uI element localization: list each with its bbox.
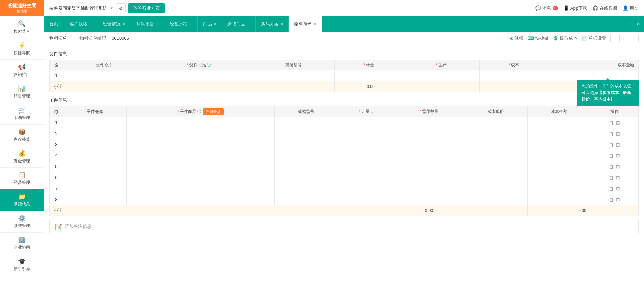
- tab-new-goods[interactable]: 新增商品 ×: [222, 16, 255, 32]
- delete-icon-2[interactable]: 🗑: [609, 131, 614, 137]
- prev-page-button[interactable]: ‹: [610, 35, 618, 42]
- child-warehouse-4[interactable]: [63, 150, 127, 161]
- delete-icon-3[interactable]: 🗑: [609, 142, 614, 148]
- tab-close-profit[interactable]: ×: [156, 22, 158, 26]
- next-page-button[interactable]: ›: [619, 35, 627, 42]
- delete-icon-6[interactable]: 🗑: [609, 175, 614, 180]
- child-spec-8[interactable]: [275, 194, 338, 205]
- sidebar-item-sales[interactable]: 📊 销售管理: [0, 81, 44, 103]
- child-unit-cost-6[interactable]: [464, 172, 527, 183]
- child-unit-2[interactable]: [338, 128, 394, 139]
- parent-col-settings[interactable]: ⚙: [50, 60, 63, 70]
- child-quantity-8[interactable]: [394, 194, 464, 205]
- delete-icon-5[interactable]: 🗑: [609, 164, 614, 170]
- child-goods-6[interactable]: [126, 172, 274, 183]
- child-unit-cost-4[interactable]: [464, 150, 527, 161]
- sidebar-item-guide[interactable]: 🎓 新手引导: [0, 254, 44, 276]
- tab-barcode[interactable]: 条码方案 ×: [256, 16, 289, 32]
- child-goods-5[interactable]: [126, 161, 274, 172]
- sidebar-item-enterprise[interactable]: 🏢 企业协同: [0, 233, 44, 254]
- system-dropdown-arrow[interactable]: ▼: [110, 6, 113, 10]
- child-unit-cost-5[interactable]: [464, 161, 527, 172]
- child-unit-7[interactable]: [338, 183, 394, 194]
- child-unit-cost-2[interactable]: [464, 128, 527, 139]
- tab-close-customer[interactable]: ×: [89, 22, 91, 26]
- tab-close-all-button[interactable]: ×: [633, 16, 644, 32]
- shortcut-action[interactable]: ⌨ 快捷键: [528, 35, 549, 42]
- copy-icon-7[interactable]: ⊞: [616, 186, 620, 191]
- online-service-button[interactable]: 🎧 在线客服: [593, 5, 617, 11]
- tab-close-history[interactable]: ×: [189, 22, 191, 26]
- child-unit-4[interactable]: [338, 150, 394, 161]
- child-unit-6[interactable]: [338, 172, 394, 183]
- child-goods-3[interactable]: [126, 139, 274, 150]
- child-warehouse-2[interactable]: [63, 128, 127, 139]
- child-warehouse-1[interactable]: [63, 117, 127, 128]
- parent-warehouse-cell[interactable]: [63, 70, 145, 81]
- copy-icon-3[interactable]: ⊞: [616, 142, 620, 148]
- tooltip-close-button[interactable]: ×: [633, 82, 636, 89]
- child-goods-8[interactable]: [126, 194, 274, 205]
- tab-bom[interactable]: 物料清单 ×: [289, 16, 322, 32]
- trial-button[interactable]: 体验行业方案: [128, 3, 165, 13]
- sidebar-item-system[interactable]: ⚙️ 系统管理: [0, 211, 44, 233]
- child-goods-1[interactable]: [126, 117, 274, 128]
- tab-close-bom[interactable]: ×: [314, 22, 316, 26]
- view-action[interactable]: ◉ 视频: [509, 35, 523, 42]
- child-unit-8[interactable]: [338, 194, 394, 205]
- sidebar-item-search[interactable]: 🔍 搜索菜单: [0, 16, 44, 38]
- child-col-settings[interactable]: ⚙: [50, 106, 63, 117]
- child-warehouse-7[interactable]: [63, 183, 127, 194]
- child-quantity-5[interactable]: [394, 161, 464, 172]
- message-button[interactable]: 💬 消息 6: [535, 5, 558, 11]
- tab-close-new-goods[interactable]: ×: [247, 22, 249, 26]
- child-warehouse-3[interactable]: [63, 139, 127, 150]
- extract-cost-action[interactable]: 💲 提取成本: [553, 35, 578, 42]
- sidebar-item-finance[interactable]: 💰 资金管理: [0, 146, 44, 168]
- delete-icon-4[interactable]: 🗑: [609, 153, 614, 159]
- child-unit-cost-3[interactable]: [464, 139, 527, 150]
- copy-icon-5[interactable]: ⊞: [616, 164, 620, 170]
- child-spec-3[interactable]: [275, 139, 338, 150]
- child-quantity-1[interactable]: [394, 117, 464, 128]
- tab-operation[interactable]: 经营情况 ×: [97, 16, 131, 32]
- app-download-button[interactable]: 📱 App下载: [564, 5, 587, 11]
- tab-home[interactable]: 首页: [44, 16, 64, 32]
- sidebar-item-marketing[interactable]: 📢 营销推广: [0, 60, 44, 81]
- child-quantity-4[interactable]: [394, 150, 464, 161]
- child-unit-5[interactable]: [338, 161, 394, 172]
- child-quantity-6[interactable]: [394, 172, 464, 183]
- child-spec-4[interactable]: [275, 150, 338, 161]
- child-goods-4[interactable]: [126, 150, 274, 161]
- child-spec-6[interactable]: [275, 172, 338, 183]
- tab-customer[interactable]: 客户联络 ×: [64, 16, 97, 32]
- tab-history[interactable]: 经营历程 ×: [164, 16, 197, 32]
- delete-icon-7[interactable]: 🗑: [609, 186, 614, 191]
- sidebar-item-operations[interactable]: 📋 经营管理: [0, 168, 44, 189]
- copy-icon-6[interactable]: ⊞: [616, 175, 620, 180]
- scan-input-button[interactable]: 扫码录入: [203, 108, 224, 115]
- child-warehouse-6[interactable]: [63, 172, 127, 183]
- child-spec-5[interactable]: [275, 161, 338, 172]
- child-unit-3[interactable]: [338, 139, 394, 150]
- parent-goods-cell[interactable]: [145, 70, 253, 81]
- copy-icon-1[interactable]: ⊞: [616, 120, 620, 126]
- delete-icon-1[interactable]: 🗑: [609, 120, 614, 126]
- child-quantity-3[interactable]: [394, 139, 464, 150]
- child-warehouse-8[interactable]: [63, 194, 127, 205]
- sidebar-item-inventory[interactable]: 📦 库存核算: [0, 125, 44, 146]
- child-unit-cost-8[interactable]: [464, 194, 527, 205]
- parent-unit-cell[interactable]: [334, 70, 407, 81]
- parent-cost-cell[interactable]: [479, 70, 552, 81]
- child-spec-7[interactable]: [275, 183, 338, 194]
- child-spec-2[interactable]: [275, 128, 338, 139]
- sidebar-item-quick-nav[interactable]: ⚡ 快捷导航: [0, 38, 44, 60]
- delete-icon-8[interactable]: 🗑: [609, 197, 614, 202]
- tab-close-operation[interactable]: ×: [123, 22, 125, 26]
- parent-spec-cell[interactable]: [253, 70, 334, 81]
- child-unit-cost-1[interactable]: [464, 117, 527, 128]
- tab-goods[interactable]: 商品 ×: [198, 16, 222, 32]
- tab-close-barcode[interactable]: ×: [281, 22, 283, 26]
- child-goods-2[interactable]: [126, 128, 274, 139]
- child-quantity-2[interactable]: [394, 128, 464, 139]
